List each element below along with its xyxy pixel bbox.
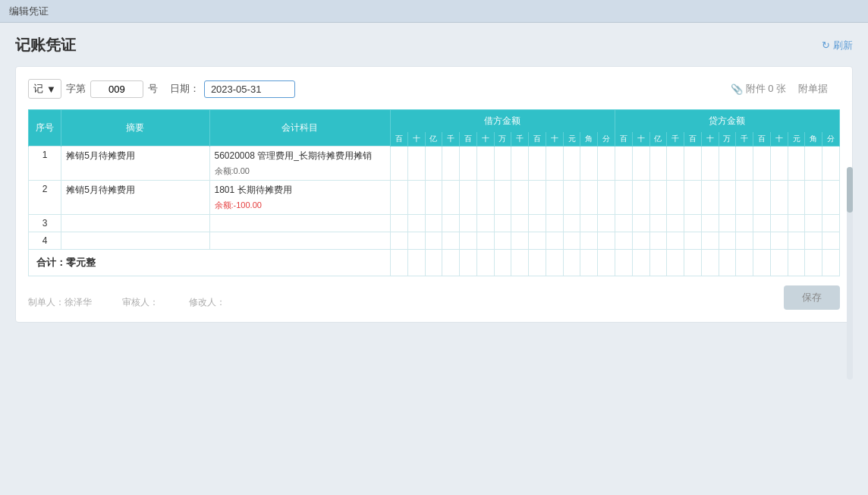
row-3-debit-d4[interactable]	[442, 215, 460, 232]
row-1-debit-d4[interactable]	[442, 147, 460, 181]
refresh-button[interactable]: ↻ 刷新	[822, 39, 853, 52]
row-1-credit-d2[interactable]	[632, 147, 649, 181]
row-3-credit-d10[interactable]	[770, 215, 788, 232]
row-3-credit-d11[interactable]	[788, 215, 805, 232]
row-4-credit-d4[interactable]	[667, 232, 684, 250]
row-4-debit-d7[interactable]	[494, 232, 511, 250]
row-2-credit-d9[interactable]	[753, 181, 771, 215]
row-3-debit-d7[interactable]	[494, 215, 511, 232]
scrollbar[interactable]	[847, 167, 853, 380]
row-1-debit-d7[interactable]	[494, 147, 511, 181]
date-input[interactable]	[204, 80, 295, 98]
row-4-credit-d6[interactable]	[701, 232, 719, 250]
row-2-credit-d13[interactable]	[822, 181, 840, 215]
row-4-credit-d7[interactable]	[719, 232, 736, 250]
row-1-debit-d6[interactable]	[476, 147, 494, 181]
row-3-debit-d10[interactable]	[546, 215, 563, 232]
row-2-debit-d11[interactable]	[563, 181, 580, 215]
row-2-seq[interactable]: 2	[29, 181, 61, 215]
scrollbar-thumb[interactable]	[847, 167, 853, 213]
row-3-credit-d7[interactable]	[719, 215, 736, 232]
row-1-debit-d12[interactable]	[580, 147, 598, 181]
row-2-credit-d10[interactable]	[770, 181, 788, 215]
row-1-debit-d13[interactable]	[598, 147, 615, 181]
row-2-debit-d9[interactable]	[529, 181, 546, 215]
row-3-credit-d13[interactable]	[822, 215, 840, 232]
row-2-debit-d6[interactable]	[476, 181, 494, 215]
row-4-credit-d8[interactable]	[736, 232, 753, 250]
row-2-account[interactable]: 1801 长期待摊费用余额:-100.00	[209, 181, 391, 215]
row-2-credit-d7[interactable]	[719, 181, 736, 215]
save-button[interactable]: 保存	[784, 285, 840, 310]
row-4-summary[interactable]	[61, 232, 209, 250]
row-4-debit-d9[interactable]	[529, 232, 546, 250]
row-2-debit-d10[interactable]	[546, 181, 563, 215]
row-4-debit-d13[interactable]	[598, 232, 615, 250]
attachment-link[interactable]: 📎 附件 0 张	[731, 82, 786, 96]
voucher-type-select[interactable]: 记 ▼	[28, 79, 61, 99]
row-1-debit-d1[interactable]	[391, 147, 408, 181]
row-4-debit-d10[interactable]	[546, 232, 563, 250]
row-2-credit-d12[interactable]	[805, 181, 822, 215]
row-4-credit-d9[interactable]	[753, 232, 771, 250]
row-2-credit-d4[interactable]	[667, 181, 684, 215]
row-1-credit-d1[interactable]	[615, 147, 632, 181]
row-2-credit-d3[interactable]	[649, 181, 667, 215]
row-3-debit-d12[interactable]	[580, 215, 598, 232]
row-3-credit-d2[interactable]	[632, 215, 649, 232]
row-2-credit-d8[interactable]	[736, 181, 753, 215]
single-document-link[interactable]: 附单据	[798, 82, 828, 96]
row-3-debit-d1[interactable]	[391, 215, 408, 232]
row-2-debit-d7[interactable]	[494, 181, 511, 215]
row-4-debit-d6[interactable]	[476, 232, 494, 250]
row-3-debit-d9[interactable]	[529, 215, 546, 232]
row-4-account[interactable]	[209, 232, 391, 250]
row-4-debit-d8[interactable]	[511, 232, 529, 250]
row-2-credit-d1[interactable]	[615, 181, 632, 215]
row-2-debit-d2[interactable]	[407, 181, 425, 215]
row-1-credit-d8[interactable]	[736, 147, 753, 181]
row-3-credit-d9[interactable]	[753, 215, 771, 232]
row-4-debit-d3[interactable]	[425, 232, 442, 250]
row-3-summary[interactable]	[61, 215, 209, 232]
row-4-credit-d13[interactable]	[822, 232, 840, 250]
row-3-debit-d13[interactable]	[598, 215, 615, 232]
row-3-seq[interactable]: 3	[29, 215, 61, 232]
row-4-debit-d2[interactable]	[407, 232, 425, 250]
row-4-debit-d4[interactable]	[442, 232, 460, 250]
row-2-credit-d2[interactable]	[632, 181, 649, 215]
row-1-credit-d10[interactable]	[770, 147, 788, 181]
row-1-debit-d11[interactable]	[563, 147, 580, 181]
row-1-credit-d7[interactable]	[719, 147, 736, 181]
row-2-summary[interactable]: 摊销5月待摊费用	[61, 181, 209, 215]
row-3-credit-d4[interactable]	[667, 215, 684, 232]
row-4-seq[interactable]: 4	[29, 232, 61, 250]
voucher-number-input[interactable]	[90, 80, 143, 98]
row-3-credit-d1[interactable]	[615, 215, 632, 232]
row-1-debit-d5[interactable]	[460, 147, 477, 181]
row-1-credit-d13[interactable]	[822, 147, 840, 181]
row-4-credit-d12[interactable]	[805, 232, 822, 250]
row-1-credit-d5[interactable]	[684, 147, 702, 181]
row-3-debit-d6[interactable]	[476, 215, 494, 232]
row-1-credit-d3[interactable]	[649, 147, 667, 181]
row-4-credit-d2[interactable]	[632, 232, 649, 250]
row-4-debit-d11[interactable]	[563, 232, 580, 250]
row-4-credit-d3[interactable]	[649, 232, 667, 250]
row-1-debit-d9[interactable]	[529, 147, 546, 181]
row-4-credit-d5[interactable]	[684, 232, 702, 250]
row-2-debit-d1[interactable]	[391, 181, 408, 215]
row-1-summary[interactable]: 摊销5月待摊费用	[61, 147, 209, 181]
row-2-debit-d8[interactable]	[511, 181, 529, 215]
row-1-credit-d11[interactable]	[788, 147, 805, 181]
row-4-debit-d5[interactable]	[460, 232, 477, 250]
row-3-credit-d5[interactable]	[684, 215, 702, 232]
row-2-credit-d6[interactable]	[701, 181, 719, 215]
row-2-credit-d11[interactable]	[788, 181, 805, 215]
row-2-debit-d3[interactable]	[425, 181, 442, 215]
row-1-seq[interactable]: 1	[29, 147, 61, 181]
row-2-debit-d5[interactable]	[460, 181, 477, 215]
row-1-credit-d12[interactable]	[805, 147, 822, 181]
row-1-credit-d6[interactable]	[701, 147, 719, 181]
row-3-credit-d8[interactable]	[736, 215, 753, 232]
